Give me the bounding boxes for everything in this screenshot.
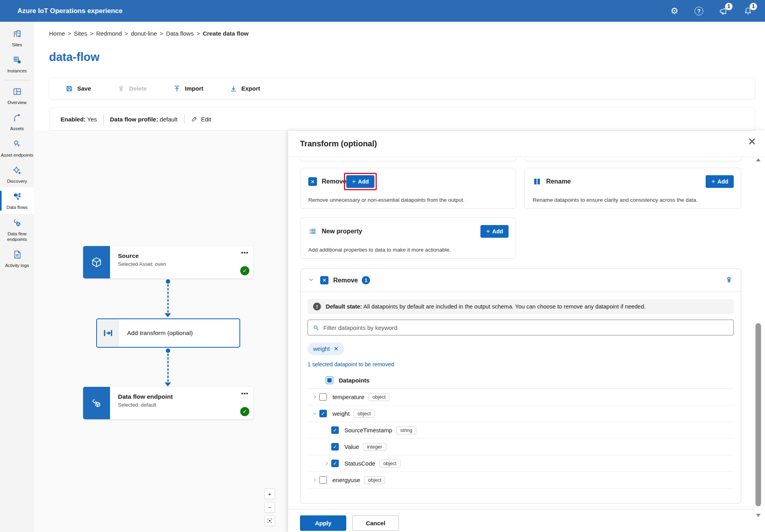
close-icon[interactable]: × bbox=[748, 136, 756, 146]
sidebar-item-overview[interactable]: Overview bbox=[0, 83, 34, 109]
new-property-add-button[interactable]: + Add bbox=[480, 225, 509, 238]
scroll-down-arrow-icon[interactable] bbox=[756, 514, 761, 517]
datapoint-row-weight[interactable]: ✓weightobject bbox=[308, 405, 734, 422]
breadcrumb-item-sites[interactable]: Sites bbox=[74, 30, 87, 37]
import-button[interactable]: Import bbox=[173, 85, 203, 93]
canvas-zoom-controls: + − bbox=[264, 488, 275, 526]
datapoint-name: energyuse bbox=[332, 477, 360, 483]
checkbox-sourcetimestamp[interactable]: ✓ bbox=[331, 426, 339, 434]
sidebar-item-data-flow-endpoints[interactable]: Data flow endpoints bbox=[0, 214, 34, 246]
remove-add-button[interactable]: + Add bbox=[346, 175, 374, 188]
chip-row: weight ✕ bbox=[308, 343, 734, 355]
chevron-right-icon[interactable] bbox=[319, 461, 331, 466]
rename-add-button[interactable]: + Add bbox=[706, 175, 734, 188]
breadcrumb-item-data-flows[interactable]: Data flows bbox=[166, 30, 194, 37]
checkbox-statuscode[interactable]: ✓ bbox=[331, 460, 339, 467]
notifications-icon[interactable]: 1 bbox=[743, 6, 753, 16]
datapoint-row-value[interactable]: ✓Valueinteger bbox=[308, 439, 734, 455]
checkbox-temperature[interactable] bbox=[319, 393, 327, 401]
sidebar-item-asset-endpoints[interactable]: Asset endpoints bbox=[0, 135, 34, 161]
endpoint-node[interactable]: Data flow endpoint Selected: default •••… bbox=[83, 387, 253, 419]
delete-button[interactable]: Delete bbox=[117, 85, 147, 93]
link-cube-icon bbox=[91, 397, 103, 409]
datapoint-name: SourceTimestamp bbox=[344, 427, 392, 434]
datapoint-row-energyuse[interactable]: energyuseobject bbox=[308, 472, 734, 488]
zoom-in-button[interactable]: + bbox=[264, 488, 275, 499]
apply-button[interactable]: Apply bbox=[300, 515, 346, 531]
checkbox-value[interactable]: ✓ bbox=[331, 443, 339, 451]
sidebar-item-discovery[interactable]: Discovery bbox=[0, 161, 34, 187]
selected-datapoints-link[interactable]: 1 selected datapoint to be removed bbox=[308, 361, 734, 367]
export-button[interactable]: Export bbox=[230, 85, 260, 93]
remove-section-header[interactable]: ✕ Remove 1 bbox=[300, 269, 741, 292]
sidebar-item-activity-logs[interactable]: Activity logs bbox=[0, 246, 34, 272]
sites-icon bbox=[12, 29, 22, 40]
fit-view-button[interactable] bbox=[264, 515, 275, 526]
save-button[interactable]: Save bbox=[65, 85, 91, 93]
status-bar: Enabled: Yes Data flow profile: default … bbox=[49, 108, 755, 131]
endpoint-node-title: Data flow endpoint bbox=[118, 393, 247, 400]
endpoint-node-icon-block bbox=[83, 387, 110, 419]
panel-scrollbar[interactable] bbox=[755, 158, 761, 517]
transform-node[interactable]: Add transform (optional) bbox=[96, 318, 240, 348]
profile-label: Data flow profile: bbox=[110, 116, 158, 123]
filter-datapoints-input[interactable] bbox=[323, 324, 729, 331]
edit-button[interactable]: Edit bbox=[191, 115, 211, 123]
datapoint-row-temperature[interactable]: temperatureobject bbox=[308, 389, 734, 405]
announcements-badge: 1 bbox=[725, 3, 733, 10]
chevron-down-icon[interactable] bbox=[308, 277, 314, 284]
cube-icon bbox=[91, 256, 103, 268]
source-node-menu-icon[interactable]: ••• bbox=[241, 249, 249, 256]
divider bbox=[184, 114, 184, 124]
chevron-down-icon[interactable] bbox=[308, 411, 319, 416]
remove-x-icon: ✕ bbox=[308, 177, 317, 186]
datapoint-name: StatusCode bbox=[344, 460, 375, 467]
breadcrumb-item-home[interactable]: Home bbox=[49, 30, 65, 37]
remove-count-badge: 1 bbox=[362, 276, 370, 284]
trash-icon[interactable] bbox=[725, 276, 733, 285]
search-icon bbox=[313, 324, 319, 331]
breadcrumb-item-redmond[interactable]: Redmond bbox=[96, 30, 122, 37]
scroll-up-arrow-icon[interactable] bbox=[756, 158, 761, 161]
add-label: Add bbox=[358, 178, 369, 185]
add-label: Add bbox=[492, 228, 503, 235]
checkbox-weight[interactable]: ✓ bbox=[319, 410, 327, 417]
help-icon[interactable]: ? bbox=[694, 6, 704, 16]
sidebar-item-sites[interactable]: Sites bbox=[0, 25, 34, 51]
datapoint-row-statuscode[interactable]: ✓StatusCodeobject bbox=[308, 455, 734, 472]
endpoint-node-menu-icon[interactable]: ••• bbox=[241, 390, 249, 397]
datapoint-row-sourcetimestamp[interactable]: ✓SourceTimestampstring bbox=[308, 422, 734, 439]
topbar-actions: ⚙ ? 1 1 bbox=[669, 6, 753, 16]
discovery-icon bbox=[12, 165, 22, 177]
cancel-button[interactable]: Cancel bbox=[352, 515, 399, 531]
select-all-checkbox[interactable] bbox=[326, 377, 333, 384]
chip-close-icon[interactable]: ✕ bbox=[334, 345, 339, 352]
sidebar-item-label: Discovery bbox=[7, 178, 27, 184]
sidebar-item-assets[interactable]: Assets bbox=[0, 109, 34, 135]
remove-card-title: Remove bbox=[322, 178, 346, 185]
checkbox-energyuse[interactable] bbox=[319, 476, 327, 484]
source-node[interactable]: Source Selected Asset: oven ••• ✓ bbox=[83, 246, 253, 278]
save-label: Save bbox=[77, 85, 91, 92]
sidebar-item-data-flows[interactable]: Data flows bbox=[0, 187, 34, 214]
transform-cards-row: ✕ Remove + Add Remove unnecessary or non… bbox=[300, 168, 741, 209]
endpoint-node-body: Data flow endpoint Selected: default •••… bbox=[110, 387, 253, 419]
info-icon: ! bbox=[313, 303, 321, 310]
weight-filter-chip[interactable]: weight ✕ bbox=[308, 343, 344, 355]
announcements-icon[interactable]: 1 bbox=[718, 6, 729, 16]
asset-endpoints-icon bbox=[12, 139, 22, 151]
page-title: data-flow bbox=[49, 51, 99, 64]
scrollbar-thumb[interactable] bbox=[756, 323, 761, 506]
datapoint-name: Value bbox=[344, 443, 359, 450]
zoom-out-button[interactable]: − bbox=[264, 502, 275, 513]
breadcrumb-item-create-data-flow: Create data flow bbox=[203, 30, 249, 37]
breadcrumb-item-donut-line[interactable]: donut-line bbox=[131, 30, 157, 37]
top-bar: Azure IoT Operations experience ⚙ ? 1 1 bbox=[0, 0, 765, 22]
chevron-right-icon[interactable] bbox=[308, 394, 319, 399]
connector-dot bbox=[166, 348, 170, 353]
settings-icon[interactable]: ⚙ bbox=[669, 6, 680, 16]
chevron-right-icon[interactable] bbox=[308, 477, 319, 483]
sidebar-item-instances[interactable]: Instances bbox=[0, 51, 34, 77]
breadcrumb-separator: > bbox=[125, 30, 128, 37]
flow-canvas[interactable]: Source Selected Asset: oven ••• ✓ Add tr… bbox=[34, 131, 288, 532]
